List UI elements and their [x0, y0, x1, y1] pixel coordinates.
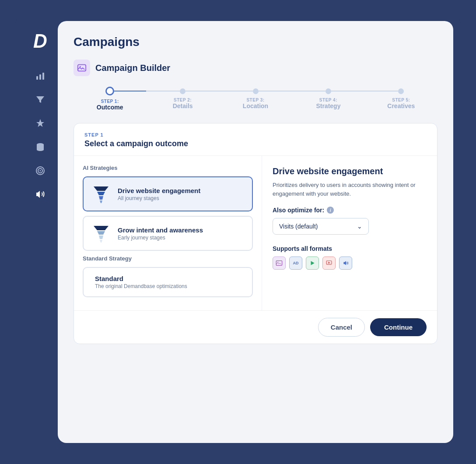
options-area: AI Strategies — [74, 156, 437, 310]
step-5: STEP 5: Creatives — [365, 88, 438, 109]
card-header: STEP 1 Select a campaign outcome — [74, 123, 437, 156]
main-content: Campaigns Campaign Builder ST — [58, 21, 453, 443]
step-1-line-right — [114, 91, 146, 91]
grow-intent-icon — [91, 224, 111, 243]
audio-icon — [343, 260, 349, 266]
sidebar-item-target[interactable] — [30, 160, 51, 181]
sidebar: D — [23, 21, 58, 443]
format-icons: AD — [273, 257, 427, 270]
step-3-line-right — [259, 91, 292, 91]
svg-marker-12 — [100, 200, 102, 203]
optimize-dropdown[interactable]: Visits (default) ⌄ — [273, 218, 369, 235]
step-5-line-left — [365, 91, 399, 91]
step-2: STEP 2: Details — [146, 88, 219, 109]
drive-engagement-title: Drive website engagement — [118, 187, 200, 194]
drive-engagement-text: Drive website engagement All journey sta… — [118, 187, 200, 201]
target-icon — [35, 165, 46, 176]
svg-marker-9 — [94, 186, 108, 191]
step-5-dot-line — [365, 88, 438, 94]
grow-intent-title: Grow intent and awareness — [118, 226, 203, 234]
sidebar-item-campaigns[interactable] — [30, 184, 51, 205]
spark-icon — [35, 118, 46, 129]
step-3-line-left — [219, 91, 253, 91]
outcome-card: STEP 1 Select a campaign outcome AI Stra… — [74, 123, 438, 344]
play-icon — [309, 260, 315, 266]
step-5-num: STEP 5: — [392, 98, 410, 102]
step-3-dot — [253, 88, 259, 94]
step-1: STEP 1: Outcome — [74, 87, 146, 111]
option-drive-engagement[interactable]: Drive website engagement All journey sta… — [83, 176, 253, 211]
sidebar-item-spark[interactable] — [30, 113, 51, 134]
svg-rect-2 — [42, 73, 44, 80]
svg-marker-21 — [328, 262, 330, 264]
cancel-button[interactable]: Cancel — [318, 318, 365, 337]
step-1-dot — [105, 87, 114, 95]
optimize-label: Also optimize for: i — [273, 207, 427, 214]
page-title: Campaigns — [74, 35, 438, 49]
format-video-screen-icon — [322, 257, 336, 270]
continue-button[interactable]: Continue — [370, 318, 427, 336]
format-image-icon — [273, 257, 286, 270]
svg-point-6 — [40, 170, 41, 172]
step-3: STEP 3: Location — [219, 88, 292, 109]
campaign-builder-title: Campaign Builder — [95, 63, 170, 73]
logo-letter: D — [33, 32, 47, 51]
svg-marker-10 — [97, 192, 105, 195]
svg-rect-1 — [39, 74, 41, 80]
standard-strategy-label: Standard Strategy — [83, 255, 253, 262]
logo: D — [24, 25, 56, 57]
options-right: Drive website engagement Prioritizes del… — [262, 156, 437, 310]
step-2-line-right — [186, 91, 219, 91]
image-format-svg — [276, 260, 283, 267]
format-video-play-icon — [306, 257, 319, 270]
format-audio-icon — [339, 257, 352, 270]
campaign-builder-header: Campaign Builder — [74, 60, 438, 76]
drive-engagement-funnel-icon — [93, 185, 109, 203]
standard-subtitle: The original Demandbase optimizations — [95, 283, 187, 289]
screen-icon — [326, 260, 332, 266]
option-grow-intent[interactable]: Grow intent and awareness Early journey … — [83, 216, 253, 251]
option-standard[interactable]: Standard The original Demandbase optimiz… — [83, 267, 253, 297]
dropdown-value: Visits (default) — [279, 223, 318, 230]
supports-label: Supports all formats — [273, 245, 427, 252]
step-5-name: Creatives — [387, 102, 415, 109]
step-2-dot — [180, 88, 186, 94]
database-icon — [35, 142, 46, 152]
sidebar-item-analytics[interactable] — [30, 66, 51, 87]
svg-marker-14 — [97, 231, 105, 235]
svg-marker-15 — [99, 236, 103, 239]
campaign-builder-icon — [74, 60, 90, 76]
card-step-label: STEP 1 — [84, 132, 427, 137]
step-3-num: STEP 3: — [246, 98, 264, 102]
card-step-title: Select a campaign outcome — [84, 139, 427, 148]
steps-progress: STEP 1: Outcome STEP 2: Details — [74, 87, 438, 111]
svg-marker-19 — [311, 261, 315, 265]
drive-engagement-icon — [91, 184, 111, 204]
sidebar-item-database[interactable] — [30, 137, 51, 158]
step-2-name: Details — [173, 102, 193, 109]
step-1-dot-line — [74, 87, 146, 95]
bar-chart-icon — [35, 71, 46, 81]
step-2-dot-line — [146, 88, 219, 94]
step-2-line-left — [146, 91, 180, 91]
svg-marker-11 — [99, 196, 103, 200]
ai-strategies-label: AI Strategies — [83, 165, 253, 171]
detail-title: Drive website engagement — [273, 166, 427, 176]
svg-rect-0 — [36, 76, 38, 80]
options-left: AI Strategies — [74, 156, 262, 310]
step-4-name: Strategy — [316, 102, 340, 109]
info-icon: i — [327, 207, 334, 214]
image-icon — [77, 63, 87, 73]
svg-marker-16 — [100, 240, 102, 243]
detail-desc: Prioritizes delivery to users in account… — [273, 181, 427, 198]
step-3-name: Location — [243, 102, 268, 109]
sidebar-item-funnel[interactable] — [30, 89, 51, 110]
step-1-num: STEP 1: — [101, 99, 119, 104]
megaphone-icon — [35, 189, 46, 200]
app-container: D — [15, 13, 461, 451]
funnel-icon — [35, 95, 46, 105]
step-4-dot — [326, 88, 331, 94]
step-4-line-left — [292, 91, 326, 91]
svg-marker-22 — [343, 261, 346, 265]
grow-intent-text: Grow intent and awareness Early journey … — [118, 226, 203, 241]
